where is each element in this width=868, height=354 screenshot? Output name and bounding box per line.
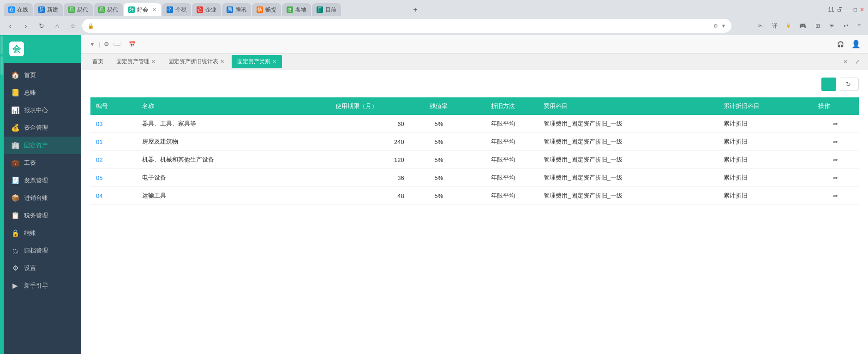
expand-icon[interactable]: ▼: [721, 23, 726, 29]
browser-tab-t1[interactable]: 在在线: [4, 3, 33, 16]
add-btn[interactable]: [821, 78, 836, 91]
page-title-row: ↻: [90, 78, 859, 91]
account-dropdown-icon[interactable]: ▼: [90, 41, 95, 48]
cell-2-7[interactable]: ✏: [813, 151, 859, 169]
page-tab-depreciation[interactable]: 固定资产折旧统计表✕: [163, 55, 230, 68]
sidebar-item-reports[interactable]: 📊报表中心: [4, 102, 81, 119]
reload-btn[interactable]: ↻: [35, 19, 48, 32]
strip-item: [0, 36, 3, 54]
page-tab-label-home: 首页: [92, 58, 103, 66]
cell-0-2: 60: [303, 115, 410, 133]
sidebar-item-fixed_assets[interactable]: 🏢固定资产: [4, 137, 81, 154]
browser-tab-t6[interactable]: 个个税: [162, 3, 191, 16]
site-settings-icon[interactable]: ⚙: [713, 23, 718, 29]
browser-tab-t3[interactable]: 易易代: [64, 3, 93, 16]
sidebar-item-closing[interactable]: 🔒结账: [4, 224, 81, 242]
browser-tab-t2[interactable]: 新新建: [34, 3, 63, 16]
brightness-btn[interactable]: ☀: [826, 21, 838, 30]
browser-tab-t7[interactable]: 企企业: [192, 3, 221, 16]
browser-tab-label: 目前: [325, 6, 336, 14]
scissor-btn[interactable]: ✂: [754, 21, 766, 30]
forward-btn[interactable]: ›: [19, 19, 32, 32]
cell-1-0[interactable]: 01: [90, 133, 137, 151]
cell-0-0[interactable]: 03: [90, 115, 137, 133]
back-btn[interactable]: ‹: [4, 19, 17, 32]
cell-0-5: 管理费用_固定资产折旧_一级: [538, 115, 718, 133]
page-tab-home[interactable]: 首页: [87, 55, 109, 68]
search-text[interactable]: [734, 24, 742, 27]
browser-tab-t9[interactable]: 畅畅提: [252, 3, 281, 16]
cell-1-5: 管理费用_固定资产折旧_一级: [538, 133, 718, 151]
browser-tab-t8[interactable]: 腾腾讯: [222, 3, 251, 16]
switch-version-btn[interactable]: [113, 43, 121, 46]
tab-close-icon[interactable]: ✕: [152, 7, 156, 13]
coupon-btn[interactable]: ¥: [783, 21, 794, 30]
cell-3-4: 年限平均: [468, 169, 538, 187]
new-tab-button[interactable]: +: [409, 4, 421, 16]
refresh-btn[interactable]: ↻: [840, 78, 859, 91]
grid-btn[interactable]: ⊞: [812, 21, 824, 30]
sidebar-icon-invoices: 🧾: [11, 176, 19, 185]
browser-tab-t4[interactable]: 易易代: [94, 3, 123, 16]
browser-tab-bar: 在在线新新建易易代易易代好好会✕个个税企企业腾腾讯畅畅提各各地目目前 + 11 …: [0, 0, 868, 17]
logo-subtitle: [28, 49, 39, 58]
window-maximize-btn[interactable]: □: [854, 6, 857, 13]
sidebar-icon-payroll: 💼: [11, 159, 19, 167]
cell-2-6: 累计折旧: [718, 151, 812, 169]
window-close-btn[interactable]: ✕: [860, 6, 864, 13]
table-row: 02机器、机械和其他生产设备1205%年限平均管理费用_固定资产折旧_一级累计折…: [90, 151, 859, 169]
game-btn[interactable]: 🎮: [796, 21, 810, 30]
settings-icon[interactable]: ⚙: [104, 41, 109, 48]
browser-tab-t10[interactable]: 各各地: [282, 3, 311, 16]
cell-4-0[interactable]: 04: [90, 187, 137, 205]
sidebar-label-funds: 资金管理: [24, 124, 48, 132]
translate-btn[interactable]: 译: [768, 21, 781, 31]
browser-tab-label: 畅提: [265, 6, 276, 14]
sidebar-icon-fixed_assets: 🏢: [11, 141, 19, 150]
browser-tab-t5[interactable]: 好好会✕: [124, 3, 161, 16]
sidebar-label-closing: 结账: [24, 229, 36, 237]
sidebar-item-payroll[interactable]: 💼工资: [4, 154, 81, 172]
page-tab-category[interactable]: 固定资产类别✕: [232, 55, 282, 68]
cell-2-0[interactable]: 02: [90, 151, 137, 169]
period-info: 📅: [125, 41, 136, 48]
address-bar[interactable]: 🔒 ⚙ ▼: [82, 19, 731, 33]
sidebar-item-settings[interactable]: ⚙设置: [4, 259, 81, 277]
sidebar-item-guide[interactable]: ▶新手引导: [4, 277, 81, 294]
calendar-icon[interactable]: 📅: [129, 41, 136, 48]
cell-3-5: 管理费用_固定资产折旧_一级: [538, 169, 718, 187]
cell-1-1: 房屋及建筑物: [137, 133, 303, 151]
col-header-4: 折旧方法: [468, 97, 538, 115]
page-tab-close-category[interactable]: ✕: [272, 59, 276, 65]
home-btn[interactable]: ⌂: [51, 19, 64, 32]
sidebar-item-home[interactable]: 🏠首页: [4, 66, 81, 84]
window-minimize-btn[interactable]: —: [845, 6, 851, 13]
sidebar-item-tax[interactable]: 📋税务管理: [4, 207, 81, 224]
cell-3-0[interactable]: 05: [90, 169, 137, 187]
page-tab-fixed_mgmt[interactable]: 固定资产管理✕: [111, 55, 161, 68]
sidebar-icon-home: 🏠: [11, 71, 19, 79]
page-tab-close-depreciation[interactable]: ✕: [220, 59, 224, 65]
menu-btn[interactable]: ≡: [854, 21, 864, 30]
browser-tab-t11[interactable]: 目目前: [312, 3, 341, 16]
cell-4-7[interactable]: ✏: [813, 187, 859, 205]
refresh-icon: ↻: [846, 81, 851, 88]
address-bar-row: ‹ › ↻ ⌂ ☆ 🔒 ⚙ ▼ ✂ 译 ¥ 🎮 ⊞ ☀ ↩ ≡: [0, 17, 868, 35]
sidebar-item-ledger[interactable]: 📒总账: [4, 84, 81, 102]
maximize-pane-btn[interactable]: ⤢: [852, 57, 862, 67]
sidebar-item-archive[interactable]: 🗂归档管理: [4, 242, 81, 259]
sidebar-item-inventory[interactable]: 📦进销台账: [4, 189, 81, 207]
cell-3-7[interactable]: ✏: [813, 169, 859, 187]
close-pane-btn[interactable]: ✕: [840, 57, 850, 67]
undo-btn[interactable]: ↩: [840, 21, 852, 30]
hot-label[interactable]: [744, 24, 752, 27]
cell-0-7[interactable]: ✏: [813, 115, 859, 133]
sidebar-item-invoices[interactable]: 🧾发票管理: [4, 172, 81, 189]
page-tab-close-fixed_mgmt[interactable]: ✕: [151, 59, 156, 65]
bookmark-btn[interactable]: ☆: [66, 19, 79, 32]
cell-1-7[interactable]: ✏: [813, 133, 859, 151]
window-restore-btn[interactable]: 🗗: [837, 6, 843, 13]
cell-1-6: 累计折旧: [718, 133, 812, 151]
sidebar-item-funds[interactable]: 💰资金管理: [4, 119, 81, 137]
service-btn[interactable]: 🎧: [837, 41, 846, 48]
